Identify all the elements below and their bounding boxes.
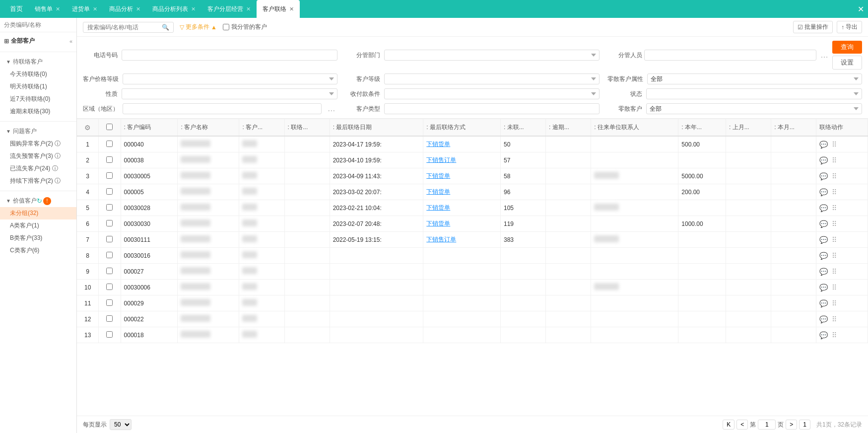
more-action-icon[interactable]: ⠿ xyxy=(832,156,837,164)
page-number-input[interactable] xyxy=(758,420,776,430)
row-checkbox-cell[interactable] xyxy=(99,184,121,200)
sidebar-problem-header[interactable]: ▼ 问题客户 xyxy=(0,125,76,138)
last-way-link[interactable]: 下销货单 xyxy=(426,141,450,147)
contact-icon[interactable]: 💬 xyxy=(819,220,828,228)
row-checkbox[interactable] xyxy=(106,236,113,242)
row-last-way[interactable] xyxy=(423,295,501,311)
nav-tab-sales[interactable]: 销售单 ✕ xyxy=(29,0,66,18)
row-checkbox[interactable] xyxy=(106,331,113,338)
row-last-way[interactable] xyxy=(423,280,501,295)
next-page-btn[interactable]: > xyxy=(786,420,797,430)
sidebar-item-week[interactable]: 近7天待联络(0) xyxy=(0,93,76,105)
close-customer-contact-tab[interactable]: ✕ xyxy=(289,6,294,12)
dept-select[interactable] xyxy=(384,50,600,61)
filter-more-conditions[interactable]: ▽ 更多条件 ▲ xyxy=(180,23,217,31)
sidebar-search-input[interactable] xyxy=(4,21,77,28)
more-action-icon[interactable]: ⠿ xyxy=(832,315,837,323)
prev-page-btn[interactable]: < xyxy=(736,420,748,430)
sidebar-item-overdue[interactable]: 逾期未联络(30) xyxy=(0,105,76,118)
contact-icon[interactable]: 💬 xyxy=(819,141,828,148)
sidebar-item-ungrouped[interactable]: 未分组(32) xyxy=(0,207,76,219)
sidebar-item-tomorrow[interactable]: 明天待联络(1) xyxy=(0,80,76,93)
filter-search-box[interactable]: 🔍 xyxy=(83,22,174,33)
status-select[interactable] xyxy=(646,88,862,99)
sidebar-value-header[interactable]: ▼ 价值客户 ↻ ! xyxy=(0,195,76,207)
contact-icon[interactable]: 💬 xyxy=(819,331,828,339)
row-last-way[interactable]: 下销售订单 xyxy=(423,152,501,168)
type-input[interactable] xyxy=(384,103,600,114)
row-checkbox[interactable] xyxy=(106,204,113,211)
sidebar-collapse-btn[interactable]: « xyxy=(69,38,72,44)
row-checkbox[interactable] xyxy=(106,284,113,290)
more-action-icon[interactable]: ⠿ xyxy=(832,331,837,339)
row-checkbox[interactable] xyxy=(106,268,113,274)
sidebar-item-class-a[interactable]: A类客户(1) xyxy=(0,219,76,232)
select-all-checkbox[interactable] xyxy=(106,124,113,130)
row-checkbox-cell[interactable] xyxy=(99,264,121,280)
row-checkbox-cell[interactable] xyxy=(99,295,121,311)
nature-select[interactable] xyxy=(122,88,337,99)
row-checkbox-cell[interactable] xyxy=(99,152,121,168)
row-checkbox-cell[interactable] xyxy=(99,200,121,216)
last-way-link[interactable]: 下销货单 xyxy=(426,172,450,179)
my-customers-check[interactable] xyxy=(223,24,229,30)
more-action-icon[interactable]: ⠿ xyxy=(832,236,837,244)
more-action-icon[interactable]: ⠿ xyxy=(832,252,837,260)
nav-tab-customer-tier[interactable]: 客户分层经营 ✕ xyxy=(201,0,257,18)
row-checkbox[interactable] xyxy=(106,315,113,322)
row-checkbox-cell[interactable] xyxy=(99,311,121,327)
filter-search-input[interactable] xyxy=(87,24,162,31)
row-checkbox-cell[interactable] xyxy=(99,327,121,343)
row-last-way[interactable]: 下销货单 xyxy=(423,216,501,232)
row-checkbox-cell[interactable] xyxy=(99,136,121,152)
nav-tab-customer-contact[interactable]: 客户联络 ✕ xyxy=(257,0,300,18)
more-action-icon[interactable]: ⠿ xyxy=(832,188,837,196)
settings-icon[interactable]: ⚙ xyxy=(84,124,91,132)
row-checkbox-cell[interactable] xyxy=(99,280,121,295)
batch-operation-btn[interactable]: ☑ 批量操作 xyxy=(793,21,833,33)
row-checkbox[interactable] xyxy=(106,220,113,226)
row-last-way[interactable]: 下销货单 xyxy=(423,168,501,184)
last-way-link[interactable]: 下销货单 xyxy=(426,204,450,211)
row-checkbox[interactable] xyxy=(106,299,113,306)
my-customers-checkbox[interactable]: 我分管的客户 xyxy=(223,23,267,31)
contact-icon[interactable]: 💬 xyxy=(819,299,828,307)
row-checkbox-cell[interactable] xyxy=(99,248,121,264)
row-last-way[interactable]: 下销货单 xyxy=(423,200,501,216)
contact-icon[interactable]: 💬 xyxy=(819,156,828,164)
nav-home[interactable]: 首页 xyxy=(4,4,29,13)
refresh-icon[interactable]: ↻ xyxy=(37,197,42,205)
payment-select[interactable] xyxy=(384,88,600,99)
contact-icon[interactable]: 💬 xyxy=(819,172,828,180)
grade-select[interactable] xyxy=(384,73,600,84)
row-last-way[interactable] xyxy=(423,248,501,264)
query-btn[interactable]: 查询 xyxy=(832,41,862,54)
phone-input[interactable] xyxy=(122,50,337,61)
reset-btn[interactable]: 设置 xyxy=(832,56,862,70)
sidebar-item-churn-warn[interactable]: 流失预警客户(3) ⓘ xyxy=(0,150,76,162)
row-last-way[interactable]: 下销货单 xyxy=(423,136,501,152)
contact-icon[interactable]: 💬 xyxy=(819,236,828,244)
close-product-list-tab[interactable]: ✕ xyxy=(191,6,196,12)
retail-select[interactable]: 全部 xyxy=(647,73,862,84)
contact-icon[interactable]: 💬 xyxy=(819,315,828,323)
row-checkbox-cell[interactable] xyxy=(99,216,121,232)
last-way-link[interactable]: 下销货单 xyxy=(426,220,450,227)
sidebar-all-customers[interactable]: ⊞ 全部客户 « xyxy=(0,34,76,48)
close-purchase-tab[interactable]: ✕ xyxy=(93,6,97,12)
row-last-way[interactable] xyxy=(423,264,501,280)
person-more-icon[interactable]: … xyxy=(818,51,830,60)
nav-tab-product-analysis[interactable]: 商品分析 ✕ xyxy=(103,0,146,18)
row-checkbox[interactable] xyxy=(106,188,113,195)
region-more-icon[interactable]: … xyxy=(326,104,337,113)
more-action-icon[interactable]: ⠿ xyxy=(832,204,837,212)
more-action-icon[interactable]: ⠿ xyxy=(832,172,837,180)
row-last-way[interactable] xyxy=(423,311,501,327)
export-btn[interactable]: ↑ 导出 xyxy=(837,21,862,33)
nav-tab-product-list[interactable]: 商品分析列表 ✕ xyxy=(146,0,201,18)
contact-icon[interactable]: 💬 xyxy=(819,284,828,291)
col-settings[interactable]: ⚙ xyxy=(77,119,99,136)
last-way-link[interactable]: 下销售订单 xyxy=(426,236,456,243)
row-checkbox-cell[interactable] xyxy=(99,168,121,184)
close-sales-tab[interactable]: ✕ xyxy=(56,6,60,12)
